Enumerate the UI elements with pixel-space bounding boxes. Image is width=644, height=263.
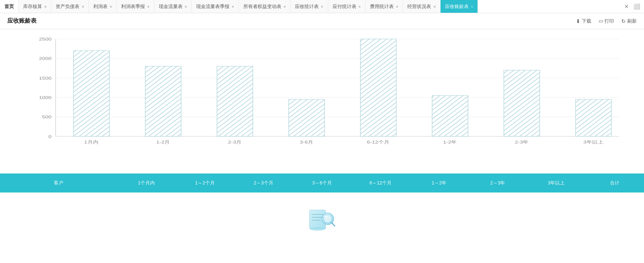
bar-2to3m — [217, 66, 253, 136]
col-within1m: 1个月内 — [117, 180, 176, 186]
download-button[interactable]: ⬇ 下载 — [576, 18, 591, 24]
tab-payable-stats[interactable]: 应付统计表 × — [328, 0, 366, 13]
col-1to2y: 1～2年 — [410, 180, 468, 186]
close-profit-quarterly-tab[interactable]: × — [147, 4, 149, 9]
tab-expense-stats[interactable]: 费用统计表 × — [366, 0, 403, 13]
print-icon: ▭ — [599, 18, 603, 24]
close-payable-tab[interactable]: × — [359, 4, 361, 9]
svg-text:1-2月: 1-2月 — [156, 140, 170, 144]
tab-home[interactable]: 首页 — [0, 0, 19, 13]
tab-profit-quarterly[interactable]: 利润表季报 × — [117, 0, 154, 13]
tab-bar: 首页 库存核算 × 资产负债表 × 利润表 × 利润表季报 × 现金流量表 × … — [0, 0, 644, 13]
tab-cashflow-label: 现金流量表 — [159, 3, 183, 10]
print-label: 打印 — [604, 18, 614, 24]
bar-1to2y — [432, 95, 468, 136]
table-header: 客户 1个月内 1～2个月 2～3个月 3～6个月 6～12个月 1～2年 2～… — [0, 174, 644, 193]
tab-equity-label: 所有者权益变动表 — [243, 3, 281, 10]
close-equity-tab[interactable]: × — [284, 4, 286, 9]
tab-payable-label: 应付统计表 — [333, 3, 356, 10]
download-label: 下载 — [582, 18, 591, 24]
col-1to2m: 1～2个月 — [176, 180, 234, 186]
tab-cashflow-quarterly-label: 现金流量表季报 — [196, 3, 229, 10]
bar-2to3y — [504, 70, 540, 136]
tab-inventory-label: 库存核算 — [23, 3, 42, 10]
tab-receivable-stats[interactable]: 应收统计表 × — [291, 0, 328, 13]
tab-aging-label: 应收账龄表 — [445, 3, 469, 10]
tab-expense-label: 费用统计表 — [370, 3, 394, 10]
col-total: 合计 — [585, 180, 644, 186]
svg-text:2500: 2500 — [39, 37, 52, 42]
tab-balance-label: 资产负债表 — [56, 3, 79, 10]
close-inventory-tab[interactable]: × — [44, 4, 46, 9]
bar-1to2m — [145, 66, 181, 136]
close-expense-tab[interactable]: × — [396, 4, 398, 9]
tab-profit-quarterly-label: 利润表季报 — [121, 3, 145, 10]
tab-home-label: 首页 — [4, 3, 14, 10]
refresh-icon: ↻ — [621, 18, 626, 24]
tab-equity-changes[interactable]: 所有者权益变动表 × — [239, 0, 291, 13]
bar-over3y — [576, 99, 611, 136]
tab-operations-label: 经营状况表 — [407, 3, 431, 10]
page-header: 应收账龄表 ⬇ 下载 ▭ 打印 ↻ 刷新 — [0, 13, 644, 29]
svg-text:3-6月: 3-6月 — [300, 140, 314, 144]
close-receivable-tab[interactable]: × — [321, 4, 323, 9]
svg-point-31 — [325, 216, 327, 218]
page-actions: ⬇ 下载 ▭ 打印 ↻ 刷新 — [576, 18, 637, 24]
col-2to3y: 2～3年 — [468, 180, 527, 186]
tab-receivable-label: 应收统计表 — [295, 3, 319, 10]
window-maximize-button[interactable]: ⬜ — [632, 2, 641, 11]
empty-state-icon — [304, 203, 340, 233]
close-aging-tab[interactable]: × — [471, 4, 473, 9]
svg-text:1月内: 1月内 — [84, 140, 99, 144]
col-2to3m: 2～3个月 — [234, 180, 293, 186]
tab-cashflow[interactable]: 现金流量表 × — [154, 0, 192, 13]
tab-aging[interactable]: 应收账龄表 × — [441, 0, 478, 13]
main-content: 0 500 1000 1500 2000 2500 1月内 1-2月 2-3月 … — [0, 29, 644, 263]
tab-profit-label: 利润表 — [93, 3, 108, 10]
close-profit-tab[interactable]: × — [110, 4, 112, 9]
svg-text:2-3年: 2-3年 — [515, 140, 529, 144]
tab-operations[interactable]: 经营状况表 × — [403, 0, 440, 13]
svg-text:6-12个月: 6-12个月 — [367, 140, 390, 144]
col-customer: 客户 — [0, 180, 117, 186]
col-6to12m: 6～12个月 — [351, 180, 410, 186]
tab-profit-loss[interactable]: 利润表 × — [89, 0, 117, 13]
table-body — [0, 193, 644, 233]
refresh-button[interactable]: ↻ 刷新 — [621, 18, 637, 24]
download-icon: ⬇ — [576, 18, 580, 24]
bar-within1m — [74, 51, 109, 137]
close-cashflow-tab[interactable]: × — [185, 4, 187, 9]
empty-illustration — [304, 203, 340, 233]
aging-chart: 0 500 1000 1500 2000 2500 1月内 1-2月 2-3月 … — [15, 35, 629, 152]
window-close-button[interactable]: ✕ — [622, 2, 631, 11]
chart-area: 0 500 1000 1500 2000 2500 1月内 1-2月 2-3月 … — [0, 29, 644, 174]
refresh-label: 刷新 — [627, 18, 637, 24]
bar-6to12m — [360, 39, 396, 137]
tab-cashflow-quarterly[interactable]: 现金流量表季报 × — [192, 0, 239, 13]
svg-line-30 — [332, 222, 335, 226]
svg-text:0: 0 — [48, 134, 52, 139]
svg-point-27 — [310, 227, 325, 231]
tab-balance-sheet[interactable]: 资产负债表 × — [51, 0, 89, 13]
svg-text:2000: 2000 — [39, 56, 52, 61]
col-over3y: 3年以上 — [527, 180, 585, 186]
svg-text:500: 500 — [42, 115, 52, 119]
close-cashflow-quarterly-tab[interactable]: × — [232, 4, 234, 9]
print-button[interactable]: ▭ 打印 — [599, 18, 614, 24]
col-3to6m: 3～6个月 — [293, 180, 351, 186]
svg-text:1500: 1500 — [39, 76, 52, 80]
tab-inventory[interactable]: 库存核算 × — [19, 0, 51, 13]
bar-3to6m — [289, 99, 325, 136]
svg-text:1000: 1000 — [39, 95, 52, 100]
svg-text:3年以上: 3年以上 — [583, 140, 604, 144]
close-operations-tab[interactable]: × — [433, 4, 435, 9]
page-title: 应收账龄表 — [7, 17, 37, 25]
svg-text:2-3月: 2-3月 — [228, 140, 242, 144]
svg-text:1-2年: 1-2年 — [443, 140, 457, 144]
close-balance-tab[interactable]: × — [82, 4, 84, 9]
tab-bar-actions: ✕ ⬜ — [619, 2, 644, 11]
